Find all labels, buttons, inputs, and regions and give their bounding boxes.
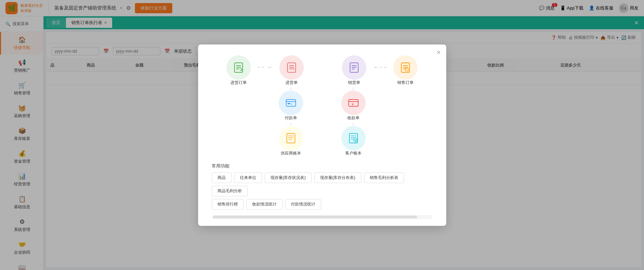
payment-icon: ¥: [285, 97, 297, 109]
purchase-order-circle[interactable]: [226, 55, 251, 80]
func-btn-product-profit[interactable]: 商品毛利分析: [212, 186, 248, 196]
flow-diagram: 进货订单 - - →: [212, 55, 433, 156]
arrow-down-sales: ↓: [341, 86, 366, 91]
svg-text:¥: ¥: [351, 103, 354, 106]
sales-bill-label: 销货单: [348, 80, 360, 86]
purchase-bill-circle[interactable]: [279, 55, 304, 80]
func-btn-stock-dist[interactable]: 现存量(库存分布表): [314, 173, 361, 183]
common-func-title: 常用功能: [212, 163, 433, 169]
func-buttons-row2: 销售排行榜 收款情况统计 付款情况统计: [212, 199, 433, 210]
supplier-ledger-item: 供应商账本: [279, 126, 303, 156]
modal-body: 进货订单 - - →: [198, 44, 446, 226]
flow-arrows-row-2: ↓ ↓: [212, 121, 433, 126]
func-btn-stock-status[interactable]: 现存量(库存状况表): [265, 173, 312, 183]
purchase-bill-label: 进货单: [285, 80, 298, 86]
scrollbar-track: [213, 216, 417, 218]
sales-order-icon: [399, 61, 412, 74]
sales-bill-icon: [348, 61, 360, 74]
flow-row-1: 进货订单 - - →: [226, 55, 418, 86]
func-buttons: 商品 往来单位 现存量(库存状况表) 现存量(库存分布表) 销售毛利分析表 商品…: [212, 173, 433, 196]
svg-point-32: [354, 139, 357, 142]
sales-bill-circle[interactable]: [342, 55, 366, 80]
func-btn-sales-rank[interactable]: 销售排行榜: [212, 199, 244, 210]
payment-item: ¥ 付款单: [279, 91, 303, 121]
purchase-order-icon: [232, 61, 245, 74]
purchase-order-label: 进货订单: [230, 80, 247, 86]
arrow-2: ←- -: [373, 63, 386, 71]
svg-rect-24: [287, 133, 295, 143]
receipt-item: ¥ 收款单: [341, 91, 366, 121]
purchase-bill-icon: [285, 61, 298, 74]
supplier-ledger-circle[interactable]: [279, 126, 303, 150]
customer-ledger-icon: [347, 132, 360, 144]
supplier-ledger-icon: [285, 132, 297, 144]
payment-label: 付款单: [285, 115, 297, 121]
func-btn-payment-stat[interactable]: 付款情况统计: [285, 199, 321, 210]
func-btn-partner[interactable]: 往来单位: [234, 173, 262, 183]
common-func-section: 常用功能 商品 往来单位 现存量(库存状况表) 现存量(库存分布表) 销售毛利分…: [212, 163, 433, 210]
svg-text:¥: ¥: [291, 103, 293, 106]
receipt-icon: ¥: [347, 97, 360, 109]
flow-row-3: 供应商账本: [237, 126, 408, 156]
receipt-label: 收款单: [347, 115, 360, 121]
arrow-down-purchase: ↓: [279, 86, 303, 91]
arrow-1: - - →: [258, 63, 273, 71]
purchase-bill-item: 进货单: [279, 55, 304, 86]
flow-arrows-row-1: ↓ ↓: [212, 86, 433, 91]
func-btn-sales-profit[interactable]: 销售毛利分析表: [364, 173, 404, 183]
supplier-ledger-label: 供应商账本: [281, 150, 301, 156]
arrow-down-payment: ↓: [279, 121, 303, 126]
sales-order-item: 销售订单: [393, 55, 418, 86]
modal-close-btn[interactable]: ×: [437, 49, 441, 56]
sales-order-circle[interactable]: [393, 55, 418, 80]
arrow-down-receipt: ↓: [341, 121, 366, 126]
sales-order-label: 销售订单: [397, 80, 414, 86]
customer-ledger-item: 客户账本: [341, 126, 366, 156]
func-btn-product[interactable]: 商品: [212, 173, 231, 183]
receipt-circle[interactable]: ¥: [341, 91, 366, 115]
payment-circle[interactable]: ¥: [279, 91, 303, 115]
modal-overlay[interactable]: ×: [0, 0, 644, 270]
func-btn-receipt-stat[interactable]: 收款情况统计: [246, 199, 282, 210]
modal-scrollbar[interactable]: [212, 215, 433, 219]
modal: ×: [198, 44, 446, 226]
svg-rect-19: [288, 103, 290, 104]
flow-row-2: ¥ 付款单 ¥: [237, 91, 408, 121]
customer-ledger-circle[interactable]: [341, 126, 366, 150]
purchase-order-item: 进货订单: [226, 55, 251, 86]
customer-ledger-label: 客户账本: [345, 150, 362, 156]
sales-bill-item: 销货单: [342, 55, 366, 86]
